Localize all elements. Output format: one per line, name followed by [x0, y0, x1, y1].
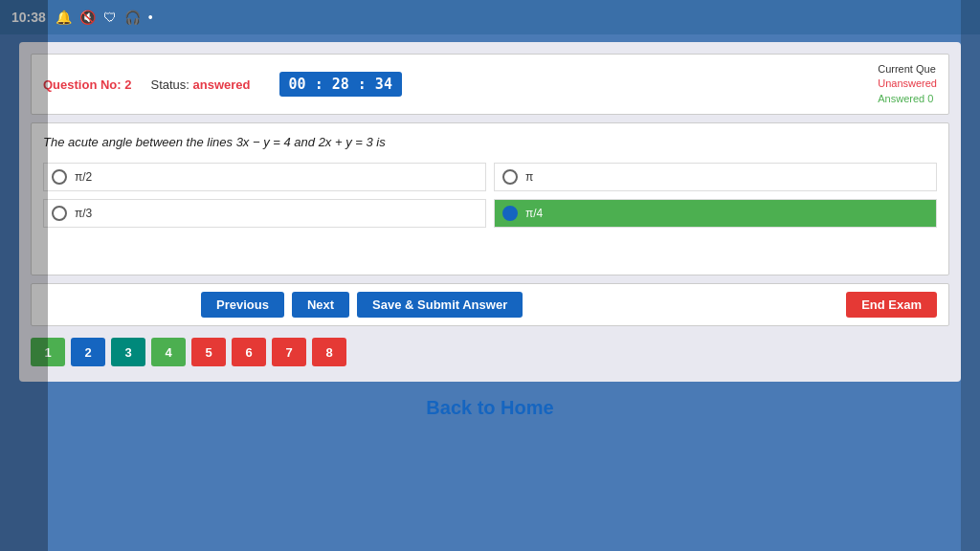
status-label: Status: answered	[150, 77, 250, 92]
option-c[interactable]: π/3	[43, 199, 486, 228]
current-que-label: Current Que	[878, 62, 937, 77]
status-time: 10:38	[11, 10, 46, 25]
sidebar-info: Current Que Unanswered Answered 0	[878, 62, 937, 106]
nav-buttons: Previous Next Save & Submit Answer End E…	[31, 283, 949, 326]
option-c-text: π/3	[75, 207, 92, 220]
radio-d[interactable]	[502, 206, 518, 221]
right-overlay	[961, 0, 980, 551]
question-number-grid: 1 2 3 4 5 6 7 8	[31, 334, 949, 370]
question-header: Question No: 2 Status: answered 00 : 28 …	[31, 54, 949, 115]
headphone-icon: 🎧	[124, 10, 141, 25]
unanswered-label: Unanswered	[878, 77, 937, 91]
status-bar: 10:38 🔔 🔇 🛡 🎧 •	[0, 0, 980, 34]
nav-buttons-wrapper: Previous Next Save & Submit Answer End E…	[43, 292, 937, 318]
end-exam-button[interactable]: End Exam	[846, 292, 937, 318]
back-to-home-link[interactable]: Back to Home	[426, 397, 553, 418]
status-icons: 🔔 🔇 🛡 🎧 •	[56, 10, 153, 25]
radio-c[interactable]	[52, 206, 67, 221]
shield-icon: 🛡	[103, 10, 117, 25]
option-b[interactable]: π	[494, 163, 937, 191]
status-value: answered	[193, 77, 251, 92]
option-d[interactable]: π/4	[494, 199, 937, 228]
previous-button[interactable]: Previous	[201, 292, 284, 318]
option-b-text: π	[525, 170, 533, 184]
answered-label: Answered 0	[878, 92, 937, 106]
qnum-8[interactable]: 8	[312, 338, 346, 366]
option-d-text: π/4	[525, 207, 543, 220]
qnum-4[interactable]: 4	[151, 338, 186, 366]
dot-icon: •	[148, 10, 153, 25]
timer-display: 00 : 28 : 34	[279, 72, 402, 97]
radio-a[interactable]	[52, 169, 67, 185]
qnum-3[interactable]: 3	[111, 338, 145, 366]
options-grid: π/2 π π/3 π/4	[43, 163, 937, 228]
qnum-2[interactable]: 2	[71, 338, 105, 366]
qnum-5[interactable]: 5	[191, 338, 226, 366]
back-to-home-section: Back to Home	[0, 397, 980, 419]
mute-icon: 🔇	[79, 10, 96, 25]
qnum-1[interactable]: 1	[31, 338, 65, 366]
qnum-7[interactable]: 7	[272, 338, 306, 366]
question-body: The acute angle between the lines 3x − y…	[31, 122, 949, 276]
question-number: 2	[124, 77, 131, 92]
qnum-6[interactable]: 6	[232, 338, 266, 366]
next-button[interactable]: Next	[292, 292, 349, 318]
notification-icon: 🔔	[56, 10, 72, 25]
save-submit-button[interactable]: Save & Submit Answer	[357, 292, 523, 318]
option-a-text: π/2	[75, 170, 92, 184]
option-a[interactable]: π/2	[43, 163, 486, 191]
radio-b[interactable]	[502, 169, 518, 185]
question-text: The acute angle between the lines 3x − y…	[43, 135, 937, 149]
nav-center: Previous Next Save & Submit Answer	[201, 292, 523, 318]
main-content: Question No: 2 Status: answered 00 : 28 …	[19, 42, 961, 382]
question-no-label: Question No: 2	[43, 77, 131, 92]
